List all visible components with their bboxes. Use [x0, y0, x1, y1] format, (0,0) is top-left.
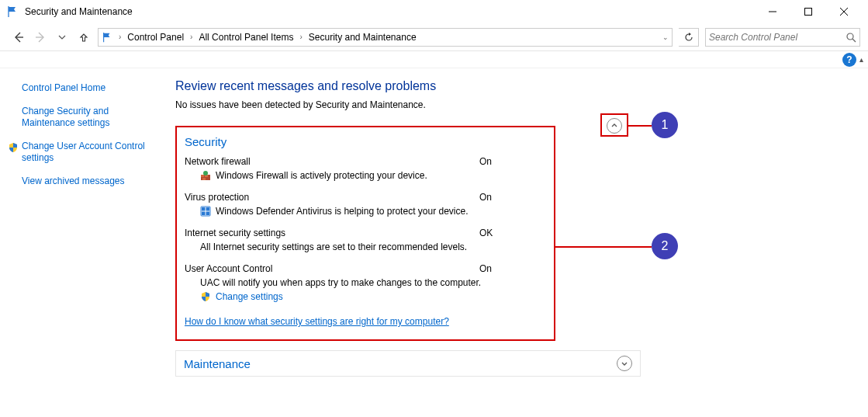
item-status: On [479, 263, 510, 274]
title-bar: Security and Maintenance [0, 0, 868, 23]
security-section-title[interactable]: Security [185, 135, 546, 148]
svg-rect-1 [805, 9, 812, 16]
svg-line-7 [852, 39, 856, 42]
sidebar-home-link[interactable]: Control Panel Home [22, 82, 155, 95]
security-help-link[interactable]: How do I know what security settings are… [185, 316, 449, 327]
sidebar-link-change-security[interactable]: Change Security and Maintenance settings [22, 106, 155, 130]
nav-bar: › Control Panel › All Control Panel Item… [0, 23, 868, 51]
security-item-uac: User Account Control On UAC will notify … [185, 263, 546, 302]
security-panel: Security Network firewall On Windows Fir… [175, 126, 555, 341]
address-bar[interactable]: › Control Panel › All Control Panel Item… [98, 28, 673, 47]
shield-icon [8, 142, 19, 153]
firewall-icon [200, 170, 211, 181]
breadcrumb-item[interactable]: Security and Maintenance [306, 30, 420, 44]
help-button[interactable]: ? [842, 53, 856, 67]
breadcrumb-item[interactable]: All Control Panel Items [195, 30, 296, 44]
sidebar: Control Panel Home Change Security and M… [0, 68, 163, 384]
window-title: Security and Maintenance [25, 6, 755, 17]
uac-change-settings-link[interactable]: Change settings [216, 291, 283, 302]
search-input[interactable] [709, 32, 846, 43]
maintenance-panel[interactable]: Maintenance [175, 350, 641, 377]
security-item-firewall: Network firewall On Windows Firewall is … [185, 156, 546, 181]
item-desc: All Internet security settings are set t… [200, 242, 467, 252]
item-desc: UAC will notify you when apps try to mak… [200, 277, 481, 288]
maintenance-section-title: Maintenance [184, 357, 251, 370]
up-button[interactable] [76, 30, 92, 45]
chevron-right-icon[interactable]: › [298, 33, 303, 41]
svg-rect-11 [202, 178, 206, 180]
sidebar-link-uac-label: Change User Account Control settings [22, 141, 145, 164]
svg-rect-16 [202, 212, 206, 216]
svg-rect-15 [206, 207, 210, 211]
forward-button[interactable] [33, 30, 48, 45]
search-icon[interactable] [846, 32, 856, 43]
annotation-box-1 [600, 113, 628, 137]
page-heading: Review recent messages and resolve probl… [175, 79, 852, 93]
shield-icon [200, 291, 211, 302]
item-status: OK [479, 228, 510, 238]
sidebar-link-archived[interactable]: View archived messages [22, 175, 155, 188]
minimize-button[interactable] [755, 0, 790, 23]
item-label: Network firewall [185, 156, 479, 167]
maximize-button[interactable] [790, 0, 826, 23]
item-desc: Windows Defender Antivirus is helping to… [216, 206, 469, 217]
annotation-connector [628, 125, 652, 127]
help-strip: ? ▴ [0, 51, 868, 68]
breadcrumb-item[interactable]: Control Panel [124, 30, 187, 44]
refresh-button[interactable] [679, 28, 699, 47]
chevron-right-icon[interactable]: › [188, 33, 194, 41]
svg-rect-17 [206, 212, 210, 216]
defender-icon [200, 206, 211, 217]
expand-maintenance-button[interactable] [617, 356, 632, 371]
search-box[interactable] [705, 28, 860, 47]
annotation-bubble-1: 1 [652, 112, 678, 138]
chevron-right-icon[interactable]: › [117, 33, 123, 41]
back-button[interactable] [11, 30, 26, 45]
svg-point-12 [203, 171, 208, 175]
chevron-down-icon[interactable]: ⌄ [661, 33, 670, 41]
flag-icon [102, 32, 112, 43]
recent-locations-button[interactable] [54, 30, 70, 45]
security-item-virus: Virus protection On Windows Defender Ant… [185, 192, 546, 217]
item-desc: Windows Firewall is actively protecting … [216, 170, 427, 181]
scroll-up-icon[interactable]: ▴ [859, 55, 863, 64]
close-button[interactable] [826, 0, 862, 23]
item-label: Virus protection [185, 192, 479, 203]
item-label: Internet security settings [185, 228, 479, 238]
main-content: Review recent messages and resolve probl… [163, 68, 868, 384]
annotation-connector [555, 246, 652, 248]
sidebar-link-uac[interactable]: Change User Account Control settings [8, 141, 155, 165]
item-status: On [479, 192, 510, 203]
item-status: On [479, 156, 510, 167]
security-item-internet: Internet security settings OK All Intern… [185, 228, 546, 252]
collapse-security-button[interactable] [607, 118, 622, 134]
svg-point-6 [847, 33, 853, 40]
svg-rect-14 [202, 207, 206, 211]
svg-rect-9 [201, 175, 204, 177]
flag-icon [6, 5, 19, 18]
item-label: User Account Control [185, 263, 479, 274]
page-subheading: No issues have been detected by Security… [175, 99, 852, 110]
annotation-bubble-2: 2 [652, 233, 678, 259]
